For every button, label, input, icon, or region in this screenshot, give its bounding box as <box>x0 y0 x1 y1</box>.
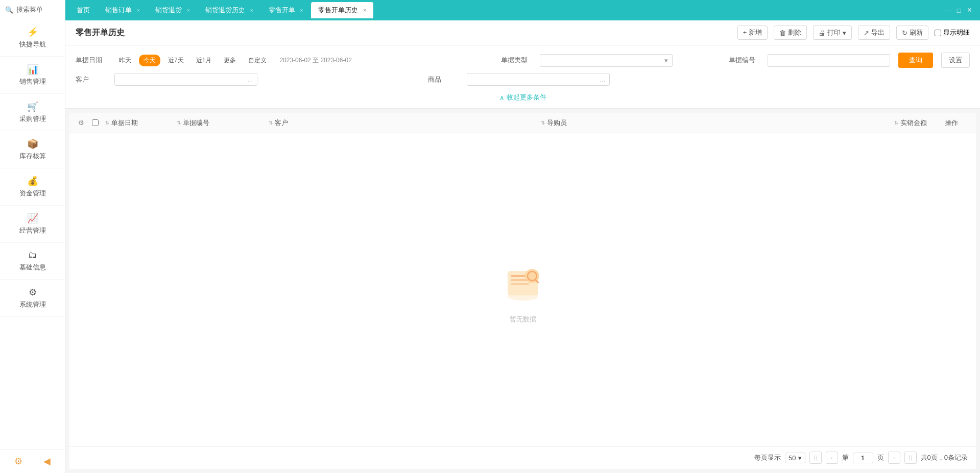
tab-close-sales-return[interactable]: × <box>187 8 190 13</box>
sales-mgmt-icon: 📊 <box>27 64 38 75</box>
print-button[interactable]: 🖨 打印 ▾ <box>813 26 852 40</box>
table-settings-button[interactable]: ⚙ <box>74 119 89 127</box>
print-icon: 🖨 <box>819 29 825 37</box>
date-1month[interactable]: 近1月 <box>192 55 217 66</box>
add-button[interactable]: + 新增 <box>737 26 768 40</box>
sidebar-item-finance[interactable]: 💰资金管理 <box>0 168 65 206</box>
col-header-amount[interactable]: ⇅ 实销金额 <box>870 118 931 128</box>
number-input-wrapper[interactable] <box>768 54 890 67</box>
customer-input[interactable] <box>119 76 226 83</box>
tab-home[interactable]: 首页 <box>69 2 97 18</box>
col-header-customer[interactable]: ⇅ 客户 <box>265 118 537 128</box>
per-page-label: 每页显示 <box>754 453 781 462</box>
customer-input-wrapper[interactable]: ... <box>114 73 257 86</box>
tab-label-sales-return-history: 销货退货历史 <box>205 6 245 15</box>
settings-button[interactable]: 设置 <box>941 53 970 68</box>
sidebar-item-basic-info[interactable]: 🗂基础信息 <box>0 243 65 280</box>
next-page-button[interactable]: › <box>888 452 900 464</box>
svg-rect-2 <box>511 275 526 277</box>
type-filter-label: 单据类型 <box>501 56 532 65</box>
first-page-button[interactable]: ⟨⟨ <box>809 452 822 464</box>
tab-label-retail-open-history: 零售开单历史 <box>318 6 358 15</box>
per-page-select[interactable]: 50 ▾ <box>785 453 805 463</box>
tab-label-retail-open: 零售开单 <box>269 6 295 15</box>
restore-button[interactable]: □ <box>957 7 961 14</box>
tab-close-sales-return-history[interactable]: × <box>250 8 253 13</box>
sys-mgmt-icon: ⚙ <box>29 287 37 298</box>
customer-filter-label: 客户 <box>76 75 106 84</box>
filter-area: 单据日期 昨天 今天 近7天 近1月 更多 自定义 2023-06-02 至 2… <box>65 45 980 109</box>
customer-dots[interactable]: ... <box>247 76 253 83</box>
col-header-number[interactable]: ⇅ 单据编号 <box>173 118 265 128</box>
basic-info-icon: 🗂 <box>28 250 37 261</box>
empty-text: 暂无数据 <box>510 315 536 324</box>
goods-input[interactable] <box>471 76 579 83</box>
sidebar-item-inventory[interactable]: 📦库存核算 <box>0 131 65 168</box>
tab-retail-open[interactable]: 零售开单× <box>261 2 310 18</box>
col-sort-icon: ⇅ <box>269 120 273 126</box>
number-filter-label: 单据编号 <box>729 56 759 65</box>
type-select-arrow: ▾ <box>664 57 668 64</box>
page-number-input[interactable] <box>853 453 873 463</box>
collapse-sidebar-icon[interactable]: ◀ <box>43 456 51 467</box>
tab-bar: 首页销售订单×销货退货×销货退货历史×零售开单×零售开单历史× — □ × <box>65 0 980 20</box>
sidebar-bottom: ⚙ ◀ <box>0 449 65 473</box>
col-header-date[interactable]: ⇅ 单据日期 <box>101 118 173 128</box>
print-dropdown-icon: ▾ <box>843 29 846 37</box>
page-unit: 页 <box>877 453 884 462</box>
refresh-button[interactable]: ↻ 刷新 <box>896 26 928 40</box>
tab-retail-open-history[interactable]: 零售开单历史× <box>311 2 373 18</box>
settings-icon[interactable]: ⚙ <box>14 456 22 467</box>
tab-sales-return-history[interactable]: 销货退货历史× <box>198 2 260 18</box>
delete-icon: 🗑 <box>779 29 786 37</box>
page-title: 零售开单历史 <box>76 28 731 38</box>
date-yesterday[interactable]: 昨天 <box>114 55 136 66</box>
export-button[interactable]: ↗ 导出 <box>858 26 890 40</box>
table-area: ⚙ ⇅ 单据日期 ⇅ 单据编号 ⇅ 客户 ⇅ 导购员 <box>69 113 976 469</box>
finance-icon: 💰 <box>27 176 38 187</box>
table-select-all[interactable] <box>89 119 101 126</box>
tab-close-retail-open-history[interactable]: × <box>363 8 366 13</box>
main-area: 首页销售订单×销货退货×销货退货历史×零售开单×零售开单历史× — □ × 零售… <box>65 0 980 473</box>
collapse-bar[interactable]: ∧ 收起更多条件 <box>76 91 970 104</box>
date-7days[interactable]: 近7天 <box>163 55 188 66</box>
prev-page-button[interactable]: ‹ <box>826 452 838 464</box>
sidebar-item-quick-nav[interactable]: ⚡快捷导航 <box>0 19 65 57</box>
query-button[interactable]: 查询 <box>898 53 933 68</box>
show-detail-checkbox[interactable] <box>935 30 941 36</box>
date-range-display: 2023-06-02 至 2023-06-02 <box>279 56 351 65</box>
export-icon: ↗ <box>864 29 869 37</box>
sidebar-item-sys-mgmt[interactable]: ⚙系统管理 <box>0 280 65 317</box>
tab-sales-return[interactable]: 销货退货× <box>148 2 197 18</box>
total-info: 共0页，0条记录 <box>921 453 968 462</box>
filter-row-1: 单据日期 昨天 今天 近7天 近1月 更多 自定义 2023-06-02 至 2… <box>76 53 970 68</box>
sidebar-item-sales-mgmt[interactable]: 📊销售管理 <box>0 57 65 94</box>
sidebar-item-operations[interactable]: 📈经营管理 <box>0 206 65 243</box>
sidebar-search[interactable]: 🔍 搜索菜单 <box>0 0 65 19</box>
col-header-action: 操作 <box>931 118 972 128</box>
date-more[interactable]: 更多 <box>219 55 241 66</box>
tab-close-sales-order[interactable]: × <box>137 8 140 13</box>
type-select[interactable]: ▾ <box>540 54 673 67</box>
per-page-arrow: ▾ <box>798 454 802 462</box>
window-controls: — □ × <box>944 6 976 15</box>
goods-filter-label: 商品 <box>428 75 459 84</box>
number-input[interactable] <box>772 57 886 64</box>
last-page-button[interactable]: ⟩⟩ <box>904 452 917 464</box>
delete-button[interactable]: 🗑 删除 <box>774 26 807 40</box>
sidebar-item-purchase-mgmt[interactable]: 🛒采购管理 <box>0 94 65 131</box>
col-sort-icon: ⇅ <box>177 120 181 126</box>
goods-dots[interactable]: ... <box>600 76 605 83</box>
tab-close-retail-open[interactable]: × <box>300 8 303 13</box>
operations-icon: 📈 <box>27 213 38 224</box>
date-today[interactable]: 今天 <box>139 55 160 66</box>
col-header-guide[interactable]: ⇅ 导购员 <box>537 118 598 128</box>
close-button[interactable]: × <box>967 6 972 15</box>
minimize-button[interactable]: — <box>944 7 951 14</box>
tab-sales-order[interactable]: 销售订单× <box>98 2 147 18</box>
col-sort-icon: ⇅ <box>894 120 898 126</box>
date-custom[interactable]: 自定义 <box>244 55 271 66</box>
show-detail-toggle[interactable]: 显示明细 <box>935 28 970 37</box>
goods-input-wrapper[interactable]: ... <box>467 73 610 86</box>
sidebar: 🔍 搜索菜单 ⚡快捷导航📊销售管理🛒采购管理📦库存核算💰资金管理📈经营管理🗂基础… <box>0 0 65 473</box>
